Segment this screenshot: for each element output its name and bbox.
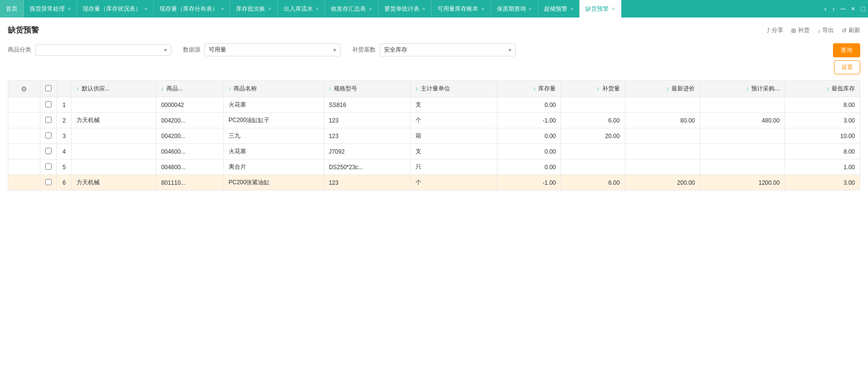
row-checkbox[interactable] [45,179,52,185]
row-supplier [72,128,156,144]
col-index [57,81,72,97]
row-gear-cell [8,175,40,191]
table-row[interactable]: 5 004800... 离合片 DS250*23c... 只 0.00 1.00 [8,159,860,175]
row-checkbox-cell[interactable] [40,159,57,175]
tab-expiry-close[interactable]: × [529,6,532,12]
tab-overstock-close[interactable]: × [570,6,573,12]
row-index: 3 [57,128,72,144]
row-checkbox[interactable] [45,163,52,170]
tab-inventory-dist-close[interactable]: × [221,6,224,12]
row-supplier: 力天机械 [72,175,156,191]
col-code[interactable]: ↕ 商品... [156,81,223,97]
filter-buttons: 查询 设置 [833,43,860,74]
row-stock: 0.00 [497,128,561,144]
export-action[interactable]: ↓ 导出 [817,26,834,35]
row-index: 6 [57,175,72,191]
row-checkbox-cell[interactable] [40,113,57,128]
stock-sort-icon: ↕ [533,86,536,91]
col-unit[interactable]: ↕ 主计量单位 [411,81,497,97]
category-filter: 商品分类 ▾ [8,44,171,56]
tab-next-btn[interactable]: › [830,0,838,18]
row-checkbox[interactable] [45,148,52,154]
tab-home[interactable]: 首页 [0,0,24,18]
col-replenish[interactable]: ↕ 补货量 [561,81,625,97]
tab-order-stat-close[interactable]: × [422,6,425,12]
refresh-action[interactable]: ↺ 刷新 [842,26,860,35]
row-checkbox-cell[interactable] [40,128,57,144]
tab-expiry[interactable]: 保质期查询 × [491,0,538,18]
table-row[interactable]: 2 力天机械 004200... PC200油缸缸子 123 个 -1.00 6… [8,113,860,128]
replenish-value: 安全库存 [384,46,407,54]
row-supplier [72,97,156,113]
tab-inventory-status[interactable]: 现存量（库存状况表） × [77,0,153,18]
row-latest-price [625,97,700,113]
row-unit: 个 [411,113,497,128]
tab-minimize-btn[interactable]: ─ [837,0,848,18]
page-header: 缺货预警 ⤴ 分享 ⊞ 补货 ↓ 导出 ↺ 刷新 [8,25,860,35]
datasource-select[interactable]: 可用量 ▾ [204,43,341,56]
row-checkbox[interactable] [45,117,52,123]
tab-available-close[interactable]: × [481,6,484,12]
row-code: 004800... [156,159,223,175]
tab-exception[interactable]: 拣货异常处理 × [24,0,77,18]
table-row[interactable]: 1 0000042 火花塞 SS816 支 0.00 8.00 [8,97,860,113]
row-estimated [700,128,785,144]
tab-inout[interactable]: 出入库流水 × [278,0,325,18]
col-supplier[interactable]: ↕ 默认供应... [72,81,156,97]
row-checkbox[interactable] [45,132,52,139]
table-row[interactable]: 4 004600... 火花塞 J7092 支 0.00 8.00 [8,144,860,159]
tab-order-stat[interactable]: 要货单统计表 × [379,0,432,18]
col-min-stock[interactable]: ↕ 最低库存 [785,81,860,97]
tab-max-btn[interactable]: □ [858,0,868,18]
share-action[interactable]: ⤴ 分享 [767,26,783,35]
tab-batch-close[interactable]: × [268,6,271,12]
tab-overstock[interactable]: 超储预警 × [538,0,579,18]
tab-inventory-status-close[interactable]: × [144,6,147,12]
tab-close-btn[interactable]: × [848,0,858,18]
row-checkbox[interactable] [45,101,52,107]
col-spec[interactable]: ↕ 规格型号 [324,81,411,97]
query-button[interactable]: 查询 [833,43,860,57]
supplier-sort-icon: ↕ [76,86,79,91]
gear-icon[interactable]: ⚙ [21,85,27,93]
estimated-sort-icon: ↕ [746,86,749,91]
col-latest-price[interactable]: ↕ 最新进价 [625,81,700,97]
row-code: 004600... [156,144,223,159]
row-replenish [561,97,625,113]
select-all-checkbox[interactable] [45,85,52,91]
col-estimated[interactable]: ↕ 预计采购... [700,81,785,97]
col-stock[interactable]: ↕ 库存量 [497,81,561,97]
col-name[interactable]: ↕ 商品名称 [223,81,324,97]
tab-available[interactable]: 可用量库存账本 × [432,0,490,18]
tab-collect[interactable]: 收发存汇总表 × [325,0,378,18]
settings-button[interactable]: 设置 [834,60,860,74]
replenish-sort-icon: ↕ [597,86,599,91]
category-select[interactable]: ▾ [35,44,171,56]
table-row[interactable]: 3 004200... 三九 123 箱 0.00 20.00 10.00 [8,128,860,144]
share-icon: ⤴ [767,27,770,34]
tab-shortage-close[interactable]: × [612,6,615,12]
row-name: 火花塞 [223,97,324,113]
tab-inventory-dist[interactable]: 现存量（库存分布表） × [154,0,230,18]
tab-exception-close[interactable]: × [68,6,71,12]
row-gear-cell [8,97,40,113]
replenish-select[interactable]: 安全库存 ▾ [380,43,516,56]
row-index: 1 [57,97,72,113]
row-unit: 箱 [411,128,497,144]
row-checkbox-cell[interactable] [40,175,57,191]
tab-collect-close[interactable]: × [369,6,372,12]
tab-inout-close[interactable]: × [316,6,319,12]
row-stock: -1.00 [497,113,561,128]
row-checkbox-cell[interactable] [40,97,57,113]
table-header-row: ⚙ ↕ 默认供应... ↕ 商品... ↕ 商品名称 [8,81,860,97]
row-spec: SS816 [324,97,411,113]
tab-batch[interactable]: 库存批次账 × [230,0,277,18]
table-row[interactable]: 6 力天机械 801110... PC200张紧油缸 123 个 -1.00 6… [8,175,860,191]
replenish-action[interactable]: ⊞ 补货 [791,26,810,35]
col-gear[interactable]: ⚙ [8,81,40,97]
tab-shortage[interactable]: 缺货预警 × [579,0,621,18]
row-supplier: 力天机械 [72,113,156,128]
row-checkbox-cell[interactable] [40,144,57,159]
row-min-stock: 3.00 [785,113,860,128]
tab-prev-btn[interactable]: ‹ [821,0,830,18]
